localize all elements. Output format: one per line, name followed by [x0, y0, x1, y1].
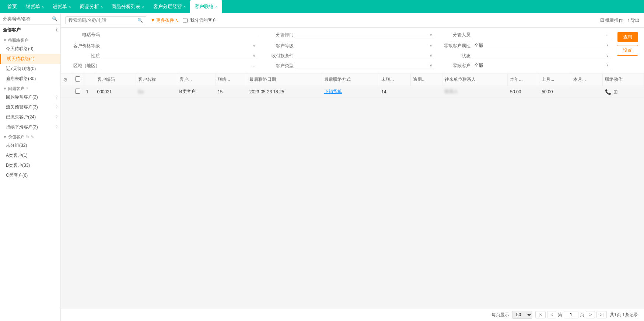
filter-chevron: ∧	[175, 18, 178, 23]
row-cust-name[interactable]: Ea	[136, 86, 177, 98]
table-header-row: ⚙ 客户编码 客户名称 客户...	[61, 73, 644, 86]
sidebar-declining[interactable]: 持续下滑客户(2) ?	[0, 122, 60, 132]
payment-label: 收付款条件	[260, 53, 294, 59]
nav-home[interactable]: 首页	[3, 0, 21, 13]
row-cust-type: B类客户	[177, 86, 215, 98]
nav-goods-close[interactable]: ×	[101, 4, 103, 9]
first-page-btn[interactable]: |<	[535, 311, 546, 318]
status-select[interactable]: ∨	[472, 52, 611, 59]
prev-page-btn[interactable]: <	[547, 311, 556, 318]
my-customers-checkbox[interactable]	[183, 18, 188, 23]
sidebar-tomorrow-contact[interactable]: 明天待联络(1)	[0, 54, 60, 64]
col-contacts: 联络...	[215, 73, 247, 86]
sidebar-search-input[interactable]	[3, 16, 52, 21]
nav-customer-layer[interactable]: 客户分层经营 ×	[149, 0, 190, 13]
sidebar-7days-contact[interactable]: 近7天待联络(0)	[0, 64, 60, 74]
more-filter-btn[interactable]: ▼ 更多条件 ∧	[151, 17, 178, 24]
action-grid-icon[interactable]: ⊞	[613, 89, 618, 95]
top-nav: 首页 销货单 × 进货单 × 商品分析 × 商品分析列表 × 客户分层经营 × …	[0, 0, 644, 13]
set-button[interactable]: 设置	[617, 45, 638, 56]
sidebar-unclassified[interactable]: 未分组(32)	[0, 141, 60, 151]
cust-type-select[interactable]: ∨	[295, 62, 434, 69]
row-unit-contact: 联系人	[442, 86, 508, 98]
dept-arrow: ∨	[430, 33, 432, 37]
page-size-select[interactable]: 50 100 200	[512, 311, 532, 319]
settings-icon[interactable]: ⚙	[63, 77, 68, 83]
collapse-icon: 《	[54, 28, 57, 33]
col-last-month-label: 上月...	[542, 77, 554, 82]
filter-row-3: 性质 ∨ 收付款条件 ∨ 状态	[67, 52, 611, 59]
sidebar-value-header: ▼ 价值客户 ↻ ✎	[0, 132, 60, 141]
search-bar: 🔍 ▼ 更多条件 ∧ 我分管的客户 ☑ 批量操作 ↑ 导出	[61, 13, 644, 28]
search-icon[interactable]: 🔍	[137, 18, 143, 23]
col-cust-type: 客户...	[177, 73, 215, 86]
next-page-btn[interactable]: >	[586, 311, 595, 318]
sidebar-overdue-contact[interactable]: 逾期未联络(30)	[0, 74, 60, 84]
nav-customer-contact[interactable]: 客户联络 ×	[190, 0, 222, 13]
nature-select[interactable]: ∨	[101, 52, 258, 59]
churn-help: ?	[55, 105, 57, 109]
nav-sales[interactable]: 销货单 ×	[21, 0, 48, 13]
dept-label: 分管部门	[260, 32, 294, 38]
pagination: |< < 第 页 > >|	[535, 311, 607, 318]
sidebar-type-b[interactable]: B类客户(33)	[0, 160, 60, 170]
col-no-contact-label: 未联...	[381, 77, 394, 82]
value-edit-icon[interactable]: ✎	[31, 135, 34, 139]
sidebar-type-c[interactable]: C类客户(6)	[0, 170, 60, 180]
retail-attr-select[interactable]: 全部∨	[472, 41, 611, 50]
nav-purchase-close[interactable]: ×	[69, 4, 71, 9]
value-level-select[interactable]: ∨	[101, 42, 258, 49]
col-cust-code: 客户编码	[95, 73, 136, 86]
nav-customer-contact-close[interactable]: ×	[215, 4, 217, 9]
nav-customer-layer-close[interactable]: ×	[183, 4, 186, 9]
status-label: 状态	[437, 53, 470, 59]
query-button[interactable]: 查询	[617, 32, 638, 42]
cust-level-arrow: ∨	[430, 44, 432, 48]
col-last-date: 最后联络日期	[247, 73, 322, 86]
export-btn[interactable]: ↑ 导出	[627, 17, 640, 24]
col-cust-type-label: 客户...	[179, 77, 192, 82]
dept-select[interactable]: ∨	[295, 32, 434, 38]
table-scroll-area[interactable]: ⚙ 客户编码 客户名称 客户...	[61, 73, 644, 308]
region-label: 区域（地区）	[67, 63, 100, 69]
search-input[interactable]	[69, 18, 137, 23]
col-action: 联络动作	[603, 73, 644, 86]
my-customers-label[interactable]: 我分管的客户	[183, 17, 217, 24]
region-dots: ···	[251, 63, 256, 69]
row-last-method[interactable]: 下销货单	[322, 86, 379, 98]
sidebar-type-a[interactable]: A类客户(1)	[0, 151, 60, 160]
last-page-btn[interactable]: >|	[596, 311, 607, 318]
nav-goods-analysis-list[interactable]: 商品分析列表 ×	[107, 0, 148, 13]
col-cust-code-label: 客户编码	[97, 77, 115, 82]
value-refresh-icon[interactable]: ↻	[26, 135, 29, 139]
sidebar-all-customers[interactable]: 全部客户 《	[0, 25, 60, 35]
sidebar-today-contact[interactable]: 今天待联络(0)	[0, 44, 60, 54]
sidebar-repurchase-abnormal[interactable]: 回购异常客户(2) ?	[0, 92, 60, 102]
retail-cust-select[interactable]: 全部∨	[472, 61, 611, 70]
manager-label: 分管人员	[437, 32, 470, 38]
payment-select[interactable]: ∨	[295, 52, 434, 59]
problem-help-icon[interactable]: ?	[26, 87, 28, 91]
nav-goods-analysis[interactable]: 商品分析 ×	[76, 0, 107, 13]
row-overdue	[411, 86, 442, 98]
sidebar-churned[interactable]: 已流失客户(24) ?	[0, 112, 60, 122]
nav-goods-list-close[interactable]: ×	[142, 4, 144, 9]
page-number-input[interactable]	[564, 311, 578, 318]
nature-arrow: ∨	[253, 54, 255, 58]
select-all-checkbox[interactable]	[75, 76, 80, 82]
cust-level-select[interactable]: ∨	[295, 42, 434, 49]
nav-sales-close[interactable]: ×	[42, 4, 44, 9]
col-unit-contact-label: 往来单位联系人	[445, 77, 476, 82]
manager-select[interactable]: ···	[472, 31, 611, 39]
nav-purchase[interactable]: 进货单 ×	[48, 0, 75, 13]
region-select[interactable]: ···	[101, 62, 258, 70]
row-checkbox[interactable]	[75, 89, 80, 94]
batch-op-btn[interactable]: ☑ 批量操作	[600, 17, 623, 24]
col-unit-contact: 往来单位联系人	[442, 73, 508, 86]
action-phone-icon[interactable]: 📞	[605, 89, 611, 95]
sidebar-search-icon[interactable]: 🔍	[52, 16, 57, 21]
sidebar-churn-warning[interactable]: 流失预警客户(3) ?	[0, 102, 60, 112]
row-contacts: 15	[215, 86, 247, 98]
cust-type-arrow: ∨	[430, 63, 432, 68]
action-icons: 📞 ⊞	[605, 89, 641, 95]
